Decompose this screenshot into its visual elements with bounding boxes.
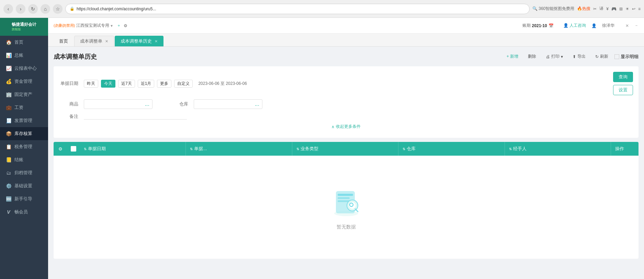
settings-icon: ⚙️ — [5, 183, 12, 189]
home-button[interactable]: ⌂ — [41, 4, 50, 14]
sidebar-item-invoices[interactable]: 🧾 发票管理 — [0, 114, 48, 127]
th-business-type-label: 业务类型 — [301, 146, 318, 152]
settings-gear-icon[interactable]: ⚙ — [124, 23, 127, 28]
tool-search[interactable]: 🔍 360智能抠图免费用 — [532, 6, 574, 12]
browser-bar: ‹ › ↻ ⌂ ☆ 🔒 https://cloud.chanjet.com/ac… — [0, 0, 644, 18]
sidebar-item-guide[interactable]: 🆕 新手引导 — [0, 192, 48, 205]
url-bar[interactable]: 🔒 https://cloud.chanjet.com/accounting/u… — [65, 4, 530, 14]
sidebar: 畅捷通好会计 旗舰版 🏠 首页 📊 总账 📈 云报表中心 💰 资金管理 — [0, 18, 48, 279]
date-btn-yesterday[interactable]: 昨天 — [84, 80, 98, 88]
tab-cost-adjustment-close[interactable]: ✕ — [105, 39, 108, 44]
tab-home[interactable]: 首页 — [54, 36, 74, 46]
table-settings-icon[interactable]: ⚙ — [58, 146, 63, 152]
date-btn-7days[interactable]: 近7天 — [118, 80, 135, 88]
service-link[interactable]: 👤 人工咨询 — [563, 23, 586, 29]
new-button[interactable]: + 新增 — [503, 52, 522, 61]
th-business-type[interactable]: ⇅ 业务类型 — [292, 142, 398, 156]
table-select-all-checkbox[interactable] — [71, 146, 76, 152]
th-number[interactable]: ⇅ 单据... — [186, 142, 292, 156]
refresh-button[interactable]: ↻ 刷新 — [592, 52, 612, 61]
tool-wallet[interactable]: ¥ — [606, 7, 609, 11]
window-close-btn[interactable]: ✕ — [625, 23, 629, 28]
sidebar-item-tax[interactable]: 📋 税务管理 — [0, 140, 48, 153]
sidebar-item-funds[interactable]: 💰 资金管理 — [0, 75, 48, 88]
date-btn-today[interactable]: 今天 — [101, 80, 115, 88]
forward-button[interactable]: › — [16, 4, 25, 14]
goods-select[interactable]: ... — [84, 99, 152, 109]
tabs-bar: 首页 成本调整单 ✕ 成本调整单历史 ✕ — [48, 34, 644, 47]
sidebar-item-vip[interactable]: V 畅会员 — [0, 205, 48, 219]
calendar-icon[interactable]: 📅 — [549, 23, 554, 28]
funds-icon: 💰 — [5, 79, 12, 84]
bookmark-button[interactable]: ☆ — [53, 4, 63, 14]
date-btn-more[interactable]: 更多 — [157, 80, 171, 88]
tab-cost-adjustment-history-label: 成本调整单历史 — [121, 38, 152, 44]
back-button[interactable]: ‹ — [3, 4, 13, 14]
th-warehouse[interactable]: ⇅ 仓库 — [398, 142, 505, 156]
svg-rect-3 — [338, 197, 350, 199]
th-handler[interactable]: ⇅ 经手人 — [505, 142, 611, 156]
refresh-button[interactable]: ↻ — [28, 4, 38, 14]
tab-home-label: 首页 — [59, 38, 68, 44]
show-detail-toggle[interactable]: 显示明细 — [614, 54, 639, 60]
service-label: 人工咨询 — [569, 23, 586, 28]
date-btn-1month[interactable]: 近1月 — [138, 80, 155, 88]
tool-undo[interactable]: ↩ — [632, 7, 635, 11]
date-btn-custom[interactable]: 自定义 — [174, 80, 193, 88]
tool-game[interactable]: 🎮 — [611, 7, 617, 11]
tool-brightness[interactable]: ☀ — [625, 7, 629, 11]
tool-translate[interactable]: 译 — [599, 6, 603, 12]
tool-menu[interactable]: ≡ — [638, 7, 641, 11]
add-company-icon[interactable]: ＋ — [117, 23, 121, 29]
tool-hot: 🔥热搜 — [577, 6, 590, 12]
app-logo: 畅捷通好会计 旗舰版 — [0, 18, 48, 36]
query-button[interactable]: 查询 — [613, 72, 633, 82]
table-header-row: ⚙ ⇅ 单据日期 ⇅ 单据... ⇅ 业务类型 — [54, 142, 639, 156]
sidebar-item-close[interactable]: 📒 结账 — [0, 153, 48, 166]
sidebar-item-home[interactable]: 🏠 首页 — [0, 36, 48, 49]
date-filter-label: 单据日期 — [59, 80, 78, 87]
home-icon: 🏠 — [5, 40, 12, 45]
tab-cost-adjustment-history[interactable]: 成本调整单历史 ✕ — [115, 36, 163, 46]
warehouse-select[interactable]: ... — [194, 99, 262, 109]
filter-settings-button[interactable]: 设置 — [613, 85, 633, 95]
guide-icon: 🆕 — [5, 196, 12, 202]
collapse-button[interactable]: ∧ 收起更多条件 — [331, 124, 361, 130]
th-warehouse-label: 仓库 — [407, 146, 416, 152]
warehouse-filter-label: 仓库 — [169, 101, 188, 107]
sidebar-item-settings[interactable]: ⚙️ 基础设置 — [0, 179, 48, 192]
th-date[interactable]: ⇅ 单据日期 — [80, 142, 186, 156]
notes-input[interactable] — [84, 113, 187, 120]
sidebar-item-invoices-label: 发票管理 — [14, 118, 32, 124]
sidebar-item-ledger-label: 总账 — [14, 52, 23, 58]
sidebar-item-fixed-assets[interactable]: 🏢 固定资产 — [0, 88, 48, 101]
print-dropdown-icon[interactable]: ▾ — [561, 54, 563, 59]
ssl-lock-icon: 🔒 — [70, 7, 75, 11]
invoices-icon: 🧾 — [5, 118, 12, 123]
print-button[interactable]: 🖨 打印 ▾ — [542, 52, 566, 61]
sidebar-item-inventory[interactable]: 📦 库存核算 — [0, 127, 48, 140]
sidebar-item-archive[interactable]: 🗂 归档管理 — [0, 166, 48, 179]
payroll-icon: 💼 — [5, 105, 12, 110]
inventory-icon: 📦 — [5, 131, 12, 136]
goods-select-dots[interactable]: ... — [145, 101, 149, 107]
sidebar-item-reports[interactable]: 📈 云报表中心 — [0, 62, 48, 75]
sidebar-item-payroll[interactable]: 💼 工资 — [0, 101, 48, 114]
window-min-btn[interactable]: － — [634, 23, 639, 29]
company-dropdown-icon[interactable]: ▾ — [111, 23, 113, 28]
tool-cut[interactable]: ✂ — [593, 7, 597, 11]
export-button[interactable]: ⬆ 导出 — [569, 52, 589, 61]
tool-grid[interactable]: ⊞ — [619, 7, 623, 11]
tab-cost-adjustment-history-close[interactable]: ✕ — [155, 39, 158, 44]
warehouse-select-dots[interactable]: ... — [255, 101, 259, 107]
tab-cost-adjustment[interactable]: 成本调整单 ✕ — [74, 36, 114, 46]
th-actions-label: 操作 — [615, 146, 624, 152]
sidebar-item-fixed-assets-label: 固定资产 — [14, 91, 32, 98]
sidebar-item-ledger[interactable]: 📊 总账 — [0, 49, 48, 62]
ledger-icon: 📊 — [5, 53, 12, 58]
delete-button[interactable]: 删除 — [524, 52, 540, 61]
filter-row-notes: 备注 — [59, 113, 633, 120]
browser-tools: 🔍 360智能抠图免费用 🔥热搜 ✂ 译 ¥ 🎮 ⊞ ☀ ↩ ≡ — [532, 6, 641, 12]
query-settings-group: 查询 设置 — [613, 72, 633, 95]
sidebar-item-payroll-label: 工资 — [14, 104, 23, 111]
